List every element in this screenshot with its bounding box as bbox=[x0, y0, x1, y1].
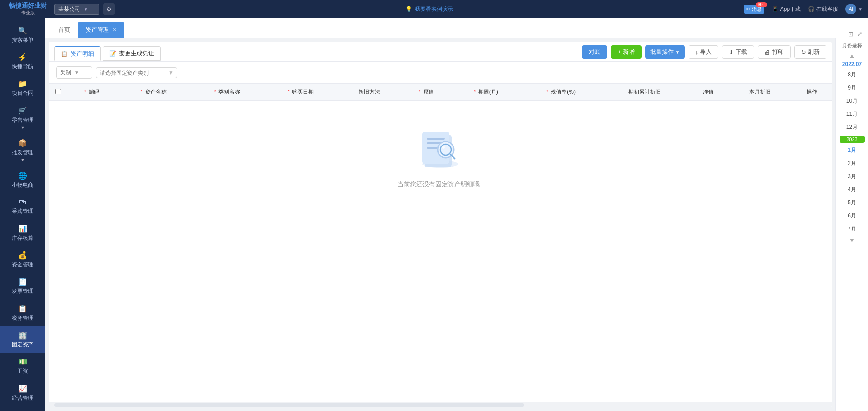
sidebar-item-ecommerce[interactable]: 🌐 小畅电商 bbox=[0, 167, 45, 194]
sub-tab-change-voucher-label: 变更生成凭证 bbox=[119, 49, 154, 57]
message-icon: ✉ bbox=[746, 6, 750, 12]
refresh-button[interactable]: ↻ 刷新 bbox=[794, 45, 826, 59]
month-7[interactable]: 7月 bbox=[840, 223, 865, 235]
empty-icon bbox=[413, 119, 467, 173]
top-bar-right: ✉ 消息 99+ 📱 App下载 🎧 在线客服 Ai ▼ bbox=[744, 4, 863, 14]
sidebar-label-operations: 经营管理 bbox=[12, 394, 33, 402]
month-1[interactable]: 1月 bbox=[840, 144, 865, 156]
svg-point-9 bbox=[442, 146, 445, 149]
settings-button[interactable]: ⚙ bbox=[103, 3, 115, 15]
sidebar-label-retail: 零售管理 bbox=[12, 116, 33, 124]
reconcile-label: 对账 bbox=[589, 48, 600, 56]
sidebar-item-search[interactable]: 🔍 搜索菜单 bbox=[0, 22, 45, 48]
add-button[interactable]: + 新增 bbox=[611, 45, 641, 59]
download-icon: ⬇ bbox=[729, 49, 734, 56]
print-button[interactable]: 🖨 打印 bbox=[758, 45, 791, 59]
sidebar-item-operations[interactable]: 📈 经营管理 bbox=[0, 380, 45, 406]
chevron-down-icon: ▼ bbox=[84, 7, 88, 12]
month-5[interactable]: 5月 bbox=[840, 197, 865, 209]
sidebar-item-wholesale[interactable]: 📦 批发管理 ▼ bbox=[0, 134, 45, 167]
sidebar-label-inventory: 库存核算 bbox=[12, 234, 33, 242]
sub-tab-asset-detail[interactable]: 📋 资产明细 bbox=[54, 46, 101, 61]
empty-state: 当前您还没有固定资产明细哦~ bbox=[49, 101, 832, 207]
retail-icon: 🛒 bbox=[18, 106, 27, 115]
batch-button[interactable]: 批量操作 ▼ bbox=[645, 45, 685, 59]
tab-home[interactable]: 首页 bbox=[51, 22, 78, 38]
sidebar-label-invoice: 发票管理 bbox=[12, 288, 33, 295]
filter-toolbar: 类别 ▼ ▼ bbox=[49, 62, 832, 84]
sidebar-item-quicknav[interactable]: ⚡ 快捷导航 bbox=[0, 48, 45, 75]
month-down-arrow[interactable]: ▼ bbox=[848, 236, 857, 245]
content-area: 首页 资产管理 ✕ ⊡ ⤢ 📋 资产明细 bbox=[45, 18, 868, 411]
sub-tab-change-voucher[interactable]: 📝 变更生成凭证 bbox=[103, 46, 161, 61]
import-button[interactable]: ↓ 导入 bbox=[689, 45, 719, 59]
window-maximize-icon[interactable]: ⤢ bbox=[857, 30, 863, 38]
change-voucher-icon: 📝 bbox=[109, 50, 116, 57]
tab-asset-management[interactable]: 资产管理 ✕ bbox=[78, 22, 124, 38]
demo-icon: 💡 bbox=[406, 6, 412, 12]
window-controls: ⊡ ⤢ bbox=[843, 30, 868, 38]
month-up-arrow[interactable]: ▲ bbox=[848, 51, 857, 60]
reconcile-button[interactable]: 对账 bbox=[582, 45, 607, 59]
th-original-value: * 原值 bbox=[401, 84, 451, 101]
empty-text: 当前您还没有固定资产明细哦~ bbox=[397, 180, 483, 189]
sidebar: 🔍 搜索菜单 ⚡ 快捷导航 📁 项目合同 🛒 零售管理 ▼ 📦 批发管理 ▼ 🌐… bbox=[0, 18, 45, 411]
month-2[interactable]: 2月 bbox=[840, 157, 865, 170]
sidebar-label-project: 项目合同 bbox=[12, 90, 33, 97]
month-10[interactable]: 10月 bbox=[840, 95, 865, 107]
category-select[interactable]: 类别 ▼ bbox=[56, 66, 92, 79]
asset-table: * 编码 * 资产名称 * 类别名称 bbox=[49, 84, 832, 101]
batch-label: 批量操作 bbox=[650, 48, 674, 56]
sidebar-item-project[interactable]: 📁 项目合同 bbox=[0, 75, 45, 102]
invoice-icon: 🧾 bbox=[18, 278, 27, 286]
message-button[interactable]: ✉ 消息 99+ bbox=[744, 5, 764, 14]
tax-icon: 📋 bbox=[18, 304, 27, 313]
month-12[interactable]: 12月 bbox=[840, 121, 865, 133]
avatar: Ai bbox=[845, 4, 856, 14]
tab-asset-label: 资产管理 bbox=[85, 26, 109, 34]
sidebar-item-finance[interactable]: 💰 资金管理 bbox=[0, 246, 45, 273]
project-icon: 📁 bbox=[18, 80, 27, 88]
window-restore-icon[interactable]: ⊡ bbox=[848, 30, 854, 38]
phone-icon: 📱 bbox=[772, 6, 778, 12]
app-name: 畅捷通好业财 bbox=[9, 2, 47, 10]
online-service-button[interactable]: 🎧 在线客服 bbox=[808, 5, 838, 13]
month-4[interactable]: 4月 bbox=[840, 184, 865, 196]
month-9[interactable]: 9月 bbox=[840, 82, 865, 94]
tab-bar: 首页 资产管理 ✕ ⊡ ⤢ bbox=[45, 18, 868, 38]
app-download-button[interactable]: 📱 App下载 bbox=[772, 5, 801, 13]
sidebar-item-tax[interactable]: 📋 税务管理 bbox=[0, 300, 45, 326]
month-selector-header: 月份选择 bbox=[840, 40, 864, 51]
month-8[interactable]: 8月 bbox=[840, 69, 865, 81]
sub-tab-asset-detail-label: 资产明细 bbox=[71, 50, 94, 58]
sub-tab-bar: 📋 资产明细 📝 变更生成凭证 对账 + 新增 bbox=[49, 42, 832, 62]
sidebar-item-salary[interactable]: 💵 工资 bbox=[0, 353, 45, 380]
filter-left: 类别 ▼ ▼ bbox=[56, 66, 177, 79]
current-year-month[interactable]: 2022.07 bbox=[840, 60, 863, 68]
sidebar-label-ecommerce: 小畅电商 bbox=[12, 181, 33, 189]
sidebar-item-purchase[interactable]: 🛍 采购管理 bbox=[0, 194, 45, 220]
tab-close-icon[interactable]: ✕ bbox=[113, 27, 117, 33]
sidebar-item-ledger[interactable]: 📒 总账管理 bbox=[0, 406, 45, 411]
bottom-scrollbar[interactable] bbox=[49, 402, 832, 407]
month-6[interactable]: 6月 bbox=[840, 210, 865, 222]
service-icon: 🎧 bbox=[808, 6, 815, 12]
select-all-checkbox[interactable] bbox=[55, 89, 61, 94]
inventory-icon: 📊 bbox=[18, 224, 27, 233]
download-button[interactable]: ⬇ 下载 bbox=[722, 45, 754, 59]
company-selector[interactable]: 某某公司 ▼ bbox=[54, 4, 99, 15]
top-bar: 畅捷通好业财 专业版 某某公司 ▼ ⚙ 💡 我要看实例演示 ✉ 消息 99+ 📱… bbox=[0, 0, 868, 18]
month-3[interactable]: 3月 bbox=[840, 170, 865, 183]
sidebar-item-fixed-assets[interactable]: 🏢 固定资产 bbox=[0, 326, 45, 353]
top-bar-center: 💡 我要看实例演示 bbox=[406, 5, 453, 13]
month-11[interactable]: 11月 bbox=[840, 108, 865, 120]
sidebar-item-retail[interactable]: 🛒 零售管理 ▼ bbox=[0, 102, 45, 134]
sidebar-label-purchase: 采购管理 bbox=[12, 208, 33, 215]
sidebar-item-invoice[interactable]: 🧾 发票管理 bbox=[0, 273, 45, 300]
category-input[interactable] bbox=[96, 67, 177, 78]
demo-text[interactable]: 我要看实例演示 bbox=[415, 5, 453, 13]
sidebar-item-inventory[interactable]: 📊 库存核算 bbox=[0, 220, 45, 246]
th-monthly-depreciation: 本月折旧 bbox=[728, 84, 792, 101]
month-selector-title: 月份选择 bbox=[842, 43, 862, 48]
user-avatar[interactable]: Ai ▼ bbox=[845, 4, 863, 14]
